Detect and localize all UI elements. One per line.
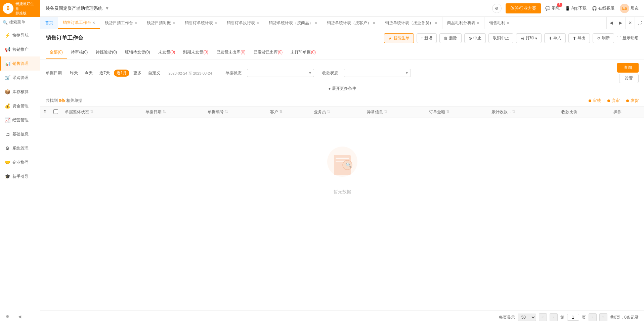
sub-tab-pending-review[interactable]: 待审核(0) bbox=[67, 46, 92, 59]
smart-generate-btn[interactable]: ★ 智能生单 bbox=[384, 33, 414, 43]
sidebar-item-inventory[interactable]: 📦 库存核算 bbox=[0, 85, 40, 99]
tab-sales-order-exec[interactable]: 销售订单执行表✕ bbox=[222, 17, 264, 29]
tab-close-product-margin[interactable]: ✕ bbox=[477, 21, 479, 25]
sub-tab-wangpu-shipping[interactable]: 旺铺待发货(0) bbox=[121, 46, 154, 59]
tab-close-sales-stats-product[interactable]: ✕ bbox=[314, 21, 317, 25]
tab-sales-order-workbench[interactable]: 销售订单工作台✕ bbox=[58, 17, 100, 29]
settings-filter-btn[interactable]: 设置 bbox=[619, 74, 639, 83]
tab-close-sales-order-exec[interactable]: ✕ bbox=[256, 21, 259, 25]
th-customer[interactable]: 客户⇅ bbox=[267, 107, 310, 118]
payment-filter-select[interactable]: ▾ bbox=[344, 69, 411, 77]
app-download-btn[interactable]: 📱 App下载 bbox=[565, 5, 587, 11]
tab-close-sales-stats-customer[interactable]: ✕ bbox=[373, 21, 375, 25]
sidebar-item-enterprise[interactable]: 🤝 企业协同 bbox=[0, 155, 40, 169]
sidebar-collapse-btn[interactable]: ◀ bbox=[15, 312, 24, 321]
th-collected[interactable]: 累计收款...⇅ bbox=[488, 107, 558, 118]
stop-btn[interactable]: ⊘ 中止 bbox=[464, 33, 486, 43]
tab-scroll-left[interactable]: ◀ bbox=[606, 17, 616, 29]
status-filter-select[interactable]: ▾ bbox=[247, 69, 314, 77]
sub-tab-overdue-not-shipped[interactable]: 到期未发货(0) bbox=[179, 46, 212, 59]
sub-tab-not-shipped[interactable]: 未发货(0) bbox=[154, 46, 179, 59]
topbar-settings-btn[interactable]: ⚙ bbox=[492, 4, 502, 13]
divider-2: | bbox=[622, 98, 624, 103]
sidebar-item-system[interactable]: ⚙ 系统管理 bbox=[0, 141, 40, 155]
sub-tab-not-printed[interactable]: 未打印单据(0) bbox=[287, 46, 320, 59]
sidebar-item-quick-nav[interactable]: ⚡ 快捷导航 bbox=[0, 28, 40, 42]
sidebar-item-operations[interactable]: 📈 经营管理 bbox=[0, 113, 40, 127]
tab-close-sales-order-stats[interactable]: ✕ bbox=[214, 21, 217, 25]
sub-tab-shipped-not-warehoused[interactable]: 已发货未出库(0) bbox=[212, 46, 250, 59]
sub-tab-all[interactable]: 全部(0) bbox=[46, 46, 67, 59]
tab-maximize[interactable]: ⛶ bbox=[635, 17, 644, 29]
tab-close-cash-reconcile[interactable]: ✕ bbox=[172, 21, 175, 25]
tab-close-cash-daily[interactable]: ✕ bbox=[134, 21, 137, 25]
table-action-ship[interactable]: 发货 bbox=[626, 98, 639, 104]
page-input[interactable] bbox=[567, 314, 579, 321]
online-service-btn[interactable]: 🎧 在线客服 bbox=[592, 5, 614, 11]
tab-close-sales-profit[interactable]: ✕ bbox=[507, 21, 509, 25]
user-area[interactable]: Ea 用友 bbox=[620, 4, 639, 13]
next-page-btn[interactable]: › bbox=[589, 313, 597, 321]
import-btn[interactable]: ⬇ 导入 bbox=[544, 33, 566, 43]
th-status[interactable]: 单据整体状态⇅ bbox=[61, 107, 142, 118]
sidebar-item-finance[interactable]: 💰 资金管理 bbox=[0, 99, 40, 113]
last-page-btn[interactable]: » bbox=[599, 313, 607, 321]
tab-sales-stats-staff[interactable]: 销货单统计表（按业务员）✕ bbox=[380, 17, 442, 29]
import-icon: ⬇ bbox=[549, 36, 552, 41]
sub-tab-shipped-out[interactable]: 已发货已出库(0) bbox=[250, 46, 287, 59]
tab-home[interactable]: 首页 bbox=[40, 17, 58, 29]
payment-dropdown-icon: ▾ bbox=[406, 71, 408, 75]
tab-sales-order-stats[interactable]: 销售订单统计表✕ bbox=[180, 17, 222, 29]
industry-solution-btn[interactable]: 体验行业方案 bbox=[506, 3, 541, 13]
date-btn-more[interactable]: 更多 bbox=[131, 70, 144, 77]
delete-btn[interactable]: 🗑 删除 bbox=[439, 33, 462, 43]
tab-product-margin[interactable]: 商品毛利分析表✕ bbox=[442, 17, 484, 29]
table-scroll[interactable]: ⠿单据整体状态⇅单据日期⇅单据编号⇅客户⇅业务员⇅异常信息⇅订单金额⇅累计收款.… bbox=[40, 107, 644, 310]
tab-close-all[interactable]: ✕ bbox=[625, 17, 635, 29]
export-btn[interactable]: ⬆ 导出 bbox=[568, 33, 590, 43]
add-btn[interactable]: + 新增 bbox=[417, 33, 437, 43]
tab-scroll-right[interactable]: ▶ bbox=[616, 17, 625, 29]
tab-sales-stats-customer[interactable]: 销货单统计表（按客户）✕ bbox=[322, 17, 380, 29]
tab-cash-daily[interactable]: 钱货日清工作台✕ bbox=[100, 17, 142, 29]
expand-conditions-btn[interactable]: ▾ 展开更多条件 bbox=[329, 86, 356, 91]
tab-sales-stats-product[interactable]: 销货单统计表（按商品）✕ bbox=[264, 17, 322, 29]
date-btn-last1m[interactable]: 近1月 bbox=[114, 70, 130, 77]
prev-page-btn[interactable]: ‹ bbox=[550, 313, 558, 321]
per-page-select[interactable]: 50 100 200 bbox=[518, 314, 536, 321]
sub-tab-pending-inspect[interactable]: 待拣验货(0) bbox=[92, 46, 121, 59]
th-number[interactable]: 单据编号⇅ bbox=[204, 107, 266, 118]
tab-cash-reconcile[interactable]: 钱货日清对账✕ bbox=[142, 17, 180, 29]
select-all-checkbox[interactable] bbox=[53, 109, 58, 114]
date-btn-today[interactable]: 今天 bbox=[82, 70, 95, 77]
detail-checkbox-input[interactable] bbox=[617, 36, 621, 40]
th-amount[interactable]: 订单金额⇅ bbox=[426, 107, 488, 118]
cancel-stop-btn[interactable]: 取消中止 bbox=[488, 33, 513, 43]
tab-sales-profit[interactable]: 销售毛利✕ bbox=[484, 17, 514, 29]
sidebar-item-marketing[interactable]: 📢 营销推广 bbox=[0, 42, 40, 56]
sidebar-item-guide[interactable]: 🎓 新手引导 bbox=[0, 169, 40, 184]
first-page-btn[interactable]: « bbox=[539, 313, 547, 321]
th-exception[interactable]: 异常信息⇅ bbox=[363, 107, 426, 118]
table-action-review[interactable]: 审核 bbox=[589, 98, 601, 104]
tab-close-sales-stats-staff[interactable]: ✕ bbox=[435, 21, 437, 25]
show-detail-checkbox[interactable]: 显示明细 bbox=[617, 35, 639, 41]
table-action-cancel-review[interactable]: 弃审 bbox=[607, 98, 620, 104]
message-btn[interactable]: 💬 消息 6 bbox=[545, 5, 560, 11]
sidebar-settings-btn[interactable]: ⚙ bbox=[3, 312, 12, 321]
refresh-btn[interactable]: ↻ 刷新 bbox=[593, 33, 614, 43]
page-suffix: 页 bbox=[582, 315, 586, 320]
sidebar-item-purchase[interactable]: 🛒 采购管理 bbox=[0, 71, 40, 85]
th-date[interactable]: 单据日期⇅ bbox=[142, 107, 204, 118]
tab-close-sales-order-workbench[interactable]: ✕ bbox=[92, 21, 95, 25]
sidebar-search[interactable]: 🔍 搜索菜单 bbox=[0, 17, 40, 28]
print-btn[interactable]: 🖨 打印 ▾ bbox=[516, 33, 542, 43]
sidebar-item-basic[interactable]: 🗂 基础信息 bbox=[0, 127, 40, 141]
date-btn-last7[interactable]: 近7天 bbox=[97, 70, 113, 77]
th-staff[interactable]: 业务员⇅ bbox=[310, 107, 363, 118]
sidebar-item-sales[interactable]: 📊 销售管理 bbox=[0, 56, 40, 71]
module-dropdown-icon[interactable]: ▼ bbox=[104, 6, 110, 11]
date-btn-yesterday[interactable]: 昨天 bbox=[67, 70, 81, 77]
query-btn[interactable]: 查询 bbox=[617, 63, 639, 73]
date-btn-custom[interactable]: 自定义 bbox=[145, 70, 163, 77]
